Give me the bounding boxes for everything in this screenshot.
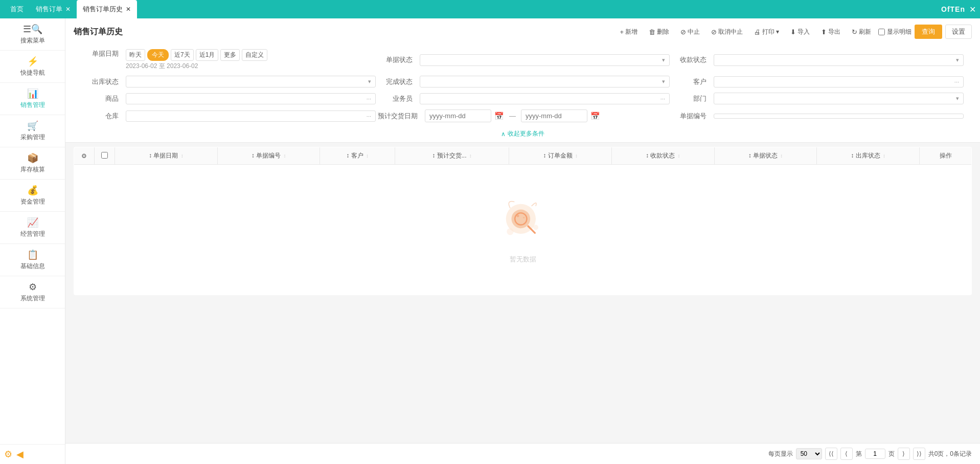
page-size-select[interactable]: 10 20 50 100: [796, 448, 822, 459]
data-table: ⚙ ↕ 单据日期 ↕ ↕ 单据编号 ↕ ↕ 客户 ↕ ↕ 预计交货... ↕ ↕…: [74, 147, 972, 295]
pagination-bar: 每页显示 10 20 50 100 ⟨⟨ ⟨ 第 页 ⟩ ⟩⟩ 共0页，0条记录: [65, 443, 980, 464]
display-detail-checkbox-label[interactable]: 显示明细: [878, 28, 911, 36]
order-no-input[interactable]: [714, 114, 964, 119]
calendar-to-icon[interactable]: 📅: [590, 112, 600, 121]
sidebar-item-sys-mgmt[interactable]: ⚙ 系统管理: [0, 276, 65, 308]
sidebar: ☰🔍 搜索菜单 ⚡ 快捷导航 📊 销售管理 🛒 采购管理 📦 库存核算 💰 资金…: [0, 18, 65, 464]
fund-mgmt-icon: 💰: [27, 185, 38, 196]
date-btn-custom[interactable]: 自定义: [242, 49, 267, 61]
search-menu-icon: ☰🔍: [23, 24, 42, 35]
out-stock-status-select[interactable]: ▾: [126, 76, 376, 87]
order-status-select[interactable]: ▾: [420, 54, 670, 66]
sidebar-item-inventory-check[interactable]: 📦 库存核算: [0, 147, 65, 180]
export-button[interactable]: ⬆ 导出: [817, 26, 845, 38]
cancel-stop-button[interactable]: ⊘ 取消中止: [707, 26, 747, 38]
th-order-status[interactable]: ↕ 单据状态 ↕: [714, 147, 817, 165]
delete-button[interactable]: 🗑 删除: [645, 26, 673, 38]
th-order-no[interactable]: ↕ 单据编号 ↕: [217, 147, 320, 165]
import-icon: ⬇: [790, 28, 796, 36]
print-button[interactable]: 🖨 打印 ▾: [750, 26, 783, 38]
sidebar-item-inventory-check-label: 库存核算: [20, 165, 45, 174]
th-customer[interactable]: ↕ 客户 ↕: [320, 147, 395, 165]
sys-mgmt-icon: ⚙: [29, 281, 37, 293]
warehouse-select[interactable]: ···: [126, 111, 376, 122]
sidebar-item-search-menu-label: 搜索菜单: [20, 36, 45, 45]
refresh-button[interactable]: ↻ 刷新: [848, 26, 875, 38]
page-size-label: 每页显示: [768, 450, 793, 458]
inventory-check-icon: 📦: [27, 152, 38, 164]
th-out-stock-status[interactable]: ↕ 出库状态 ↕: [817, 147, 920, 165]
tab-sales-order[interactable]: 销售订单 ✕: [30, 0, 77, 18]
expected-delivery-to[interactable]: [521, 109, 587, 122]
th-expected-delivery[interactable]: ↕ 预计交货... ↕: [395, 147, 509, 165]
new-button[interactable]: + 新增: [616, 26, 642, 38]
calendar-from-icon[interactable]: 📅: [494, 112, 504, 121]
empty-text: 暂无数据: [510, 255, 536, 264]
date-btn-yesterday[interactable]: 昨天: [126, 49, 145, 61]
sidebar-collapse-icon[interactable]: ◀: [16, 449, 24, 460]
th-order-amount[interactable]: ↕ 订单金额 ↕: [509, 147, 612, 165]
stop-icon: ⊘: [680, 28, 686, 36]
close-window-button[interactable]: ✕: [969, 5, 976, 14]
date-btn-1month[interactable]: 近1月: [196, 49, 219, 61]
expected-delivery-from[interactable]: [425, 109, 491, 122]
warehouse-dots-icon: ···: [367, 113, 371, 119]
tab-sales-order-history[interactable]: 销售订单历史 ✕: [77, 0, 137, 18]
th-date[interactable]: ↕ 单据日期 ↕: [115, 147, 218, 165]
current-page-input[interactable]: [865, 449, 885, 459]
collapse-label: 收起更多条件: [508, 129, 544, 138]
page-title: 销售订单历史: [74, 27, 123, 37]
sidebar-item-search-menu[interactable]: ☰🔍 搜索菜单: [0, 18, 65, 51]
pay-status-select[interactable]: ▾: [714, 54, 964, 66]
close-tab-sales-order-history[interactable]: ✕: [126, 6, 131, 13]
prev-page-button[interactable]: ⟨: [840, 448, 853, 460]
stop-button[interactable]: ⊘ 中止: [676, 26, 704, 38]
salesperson-label: 业务员: [376, 94, 417, 103]
svg-point-5: [523, 217, 525, 218]
print-arrow-icon: ▾: [776, 28, 779, 35]
warehouse-label: 仓库: [82, 112, 123, 121]
customer-select[interactable]: ···: [714, 76, 964, 87]
main-layout: ☰🔍 搜索菜单 ⚡ 快捷导航 📊 销售管理 🛒 采购管理 📦 库存核算 💰 资金…: [0, 18, 980, 464]
dept-arrow-icon: ▾: [956, 95, 959, 102]
th-checkbox[interactable]: [95, 147, 115, 165]
th-settings[interactable]: ⚙: [74, 147, 95, 165]
sidebar-item-purchase-mgmt[interactable]: 🛒 采购管理: [0, 115, 65, 147]
filter-row-3: 商品 ··· 业务员 ··· 部门: [82, 93, 964, 104]
date-btn-more[interactable]: 更多: [220, 49, 240, 61]
sidebar-item-quick-nav[interactable]: ⚡ 快捷导航: [0, 51, 65, 83]
select-all-checkbox[interactable]: [101, 152, 108, 159]
complete-status-select[interactable]: ▾: [420, 76, 670, 87]
salesperson-select[interactable]: ···: [420, 93, 670, 104]
tab-home[interactable]: 销售订单历史 首页: [4, 0, 30, 18]
quick-nav-icon: ⚡: [27, 56, 38, 67]
th-operation: 操作: [920, 147, 972, 165]
pay-status-label: 收款状态: [670, 55, 711, 64]
dept-select[interactable]: ▾: [714, 93, 964, 104]
goods-select[interactable]: ···: [126, 93, 376, 104]
close-tab-sales-order[interactable]: ✕: [65, 6, 71, 13]
last-page-button[interactable]: ⟩⟩: [913, 448, 925, 460]
th-pay-status[interactable]: ↕ 收款状态 ↕: [611, 147, 714, 165]
date-btn-7days[interactable]: 近7天: [171, 49, 194, 61]
brand-text: OfTEn: [941, 5, 965, 13]
pay-status-arrow-icon: ▾: [956, 57, 959, 63]
date-separator: —: [509, 112, 516, 120]
query-button[interactable]: 查询: [915, 25, 942, 39]
ops-mgmt-icon: 📈: [27, 217, 38, 228]
display-detail-checkbox[interactable]: [878, 29, 885, 35]
date-btn-today[interactable]: 今天: [147, 49, 169, 61]
next-page-button[interactable]: ⟩: [898, 448, 910, 460]
settings-button[interactable]: 设置: [945, 25, 972, 39]
import-button[interactable]: ⬇ 导入: [786, 26, 814, 38]
first-page-button[interactable]: ⟨⟨: [825, 448, 837, 460]
sidebar-settings-icon[interactable]: ⚙: [4, 449, 12, 460]
sidebar-item-sales-mgmt[interactable]: 📊 销售管理: [0, 83, 65, 115]
sidebar-item-ops-mgmt[interactable]: 📈 经营管理: [0, 212, 65, 244]
sidebar-item-fund-mgmt[interactable]: 💰 资金管理: [0, 180, 65, 212]
sidebar-item-basic-info[interactable]: 📋 基础信息: [0, 244, 65, 276]
collapse-filter-button[interactable]: ∧ 收起更多条件: [82, 127, 964, 142]
export-icon: ⬆: [821, 28, 827, 36]
new-icon: +: [620, 28, 624, 36]
svg-point-7: [533, 225, 538, 230]
